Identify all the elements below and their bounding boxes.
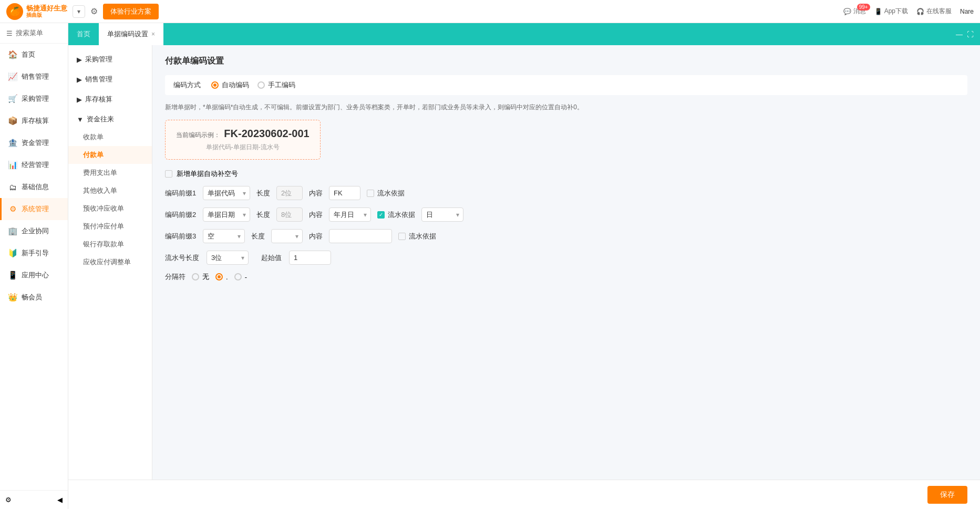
logo: 🍊 畅捷通好生意 插曲版 xyxy=(6,3,67,20)
sidebar-item-sales[interactable]: 📈 销售管理 xyxy=(0,66,68,88)
message-button[interactable]: 💬 消息 99+ xyxy=(843,7,866,16)
encoding-radio-group: 自动编码 手工编码 xyxy=(211,80,295,90)
tab-home[interactable]: 首页 xyxy=(68,23,99,45)
sidebar-item-member[interactable]: 👑 畅会员 xyxy=(0,286,68,308)
trial-button[interactable]: 体验行业方案 xyxy=(103,4,159,19)
chevron-down-icon: ▼ xyxy=(77,116,84,123)
tab-close-icon[interactable]: × xyxy=(151,30,155,38)
auto-fill-checkbox[interactable] xyxy=(165,170,172,178)
sidebar-item-purchase[interactable]: 🛒 采购管理 xyxy=(0,88,68,110)
encoding-method-section: 编码方式 自动编码 手工编码 xyxy=(165,75,967,95)
prefix-2-period-select[interactable]: 日 月 年 xyxy=(421,207,463,222)
sidebar-item-enterprise[interactable]: 🏢 企业协同 xyxy=(0,220,68,242)
prefix-1-label: 编码前缀1 xyxy=(165,189,197,198)
sidebar-item-home[interactable]: 🏠 首页 xyxy=(0,44,68,66)
sidebar-bottom: ⚙ ◀ xyxy=(0,490,68,509)
prefix-1-select[interactable]: 单据代码 xyxy=(203,186,250,200)
enterprise-icon: 🏢 xyxy=(8,226,17,236)
sub-group-sales-title[interactable]: ▶ 销售管理 xyxy=(68,70,152,88)
serial-length-row: 流水号长度 3位 4位 5位 起始值 xyxy=(165,251,967,265)
prefix-1-content-label: 内容 xyxy=(309,189,323,198)
sep-none-radio[interactable]: 无 xyxy=(192,272,209,282)
sidebar-item-basic[interactable]: 🗂 基础信息 xyxy=(0,176,68,198)
home-icon: 🏠 xyxy=(8,50,17,59)
sub-item-advance-payable[interactable]: 预付冲应付单 xyxy=(68,217,152,235)
prefix-3-content-input[interactable] xyxy=(329,229,392,243)
minimize-icon[interactable]: — xyxy=(956,30,963,38)
collapse-icon[interactable]: ◀ xyxy=(57,496,63,504)
sidebar-item-finance[interactable]: 🏦 资金管理 xyxy=(0,132,68,154)
sub-item-other-income[interactable]: 其他收入单 xyxy=(68,182,152,200)
service-button[interactable]: 🎧 在线客服 xyxy=(916,7,952,16)
prefix-3-length-select-wrapper xyxy=(271,229,303,243)
prefix-2-content-select[interactable]: 年月日 年月 年 xyxy=(329,207,371,222)
serial-length-select[interactable]: 3位 4位 5位 xyxy=(207,251,249,265)
search-menu-button[interactable]: ☰ 搜索菜单 xyxy=(0,23,68,44)
tab-encoding[interactable]: 单据编码设置 × xyxy=(99,23,163,45)
sub-item-payment[interactable]: 付款单 xyxy=(68,146,152,164)
sidebar-item-operation[interactable]: 📊 经营管理 xyxy=(0,154,68,176)
sub-item-advance-receivable[interactable]: 预收冲应收单 xyxy=(68,200,152,217)
system-icon: ⚙ xyxy=(8,204,17,214)
app-icon: 📱 xyxy=(874,8,882,15)
manual-code-radio[interactable]: 手工编码 xyxy=(257,80,295,90)
sep-dash-indicator xyxy=(234,273,242,281)
prefix-1-serial-check[interactable]: 流水依据 xyxy=(367,189,405,198)
sub-group-capital-title[interactable]: ▼ 资金往来 xyxy=(68,110,152,128)
prefix-2-content-label: 内容 xyxy=(309,210,323,220)
prefix-2-period-select-wrapper: 日 月 年 xyxy=(421,207,463,222)
sub-item-bank-deposit[interactable]: 银行存取款单 xyxy=(68,235,152,253)
chevron-right-icon: ▶ xyxy=(77,56,82,64)
sep-dash-radio[interactable]: - xyxy=(234,273,247,281)
chevron-right-icon-3: ▶ xyxy=(77,96,82,103)
sidebar-item-inventory[interactable]: 📦 库存核算 xyxy=(0,110,68,132)
expand-icon[interactable]: ⛶ xyxy=(967,30,974,38)
tab-bar-actions: — ⛶ xyxy=(956,30,980,38)
sub-group-purchase-title[interactable]: ▶ 采购管理 xyxy=(68,50,152,68)
inventory-icon: 📦 xyxy=(8,116,17,126)
prefix-3-serial-check[interactable]: 流水依据 xyxy=(398,232,436,241)
page-title: 付款单编码设置 xyxy=(165,56,967,67)
settings-bottom-icon[interactable]: ⚙ xyxy=(5,496,12,504)
sub-item-expense[interactable]: 费用支出单 xyxy=(68,164,152,182)
prefix-3-select[interactable]: 空 xyxy=(203,229,245,243)
prefix-1-length-label: 长度 xyxy=(256,189,270,198)
sub-item-receipt[interactable]: 收款单 xyxy=(68,128,152,146)
sidebar-item-guide[interactable]: 🔰 新手引导 xyxy=(0,242,68,264)
prefix-row-1: 编码前缀1 单据代码 长度 内容 流水依据 xyxy=(165,186,967,200)
prefix-1-content-input[interactable] xyxy=(329,186,360,200)
message-icon: 💬 xyxy=(843,8,851,15)
prefix-row-2: 编码前缀2 单据日期 长度 内容 年月日 年月 年 xyxy=(165,207,967,222)
prefix-2-content-select-wrapper: 年月日 年月 年 xyxy=(329,207,371,222)
prefix-2-serial-checkbox-indicator: ✓ xyxy=(377,211,385,219)
purchase-icon: 🛒 xyxy=(8,94,17,103)
gear-icon[interactable]: ⚙ xyxy=(90,6,98,16)
form-area: 付款单编码设置 编码方式 自动编码 手工编码 xyxy=(152,45,980,480)
prefix-1-select-wrapper: 单据代码 xyxy=(203,186,250,200)
sales-icon: 📈 xyxy=(8,72,17,81)
bottom-bar: 保存 xyxy=(68,480,980,509)
save-button[interactable]: 保存 xyxy=(927,486,967,504)
prefix-3-length-select[interactable] xyxy=(271,229,303,243)
tab-bar: 首页 单据编码设置 × — ⛶ xyxy=(68,23,980,45)
code-preview-box: 当前编码示例： FK-20230602-001 单据代码-单据日期-流水号 xyxy=(165,120,321,160)
app-download-button[interactable]: 📱 App下载 xyxy=(874,7,908,16)
dropdown-button[interactable]: ▾ xyxy=(73,5,85,18)
start-value-input[interactable] xyxy=(289,251,331,265)
main-layout: ☰ 搜索菜单 🏠 首页 📈 销售管理 🛒 采购管理 📦 库存核算 🏦 资 xyxy=(0,23,980,509)
sub-group-inventory-title[interactable]: ▶ 库存核算 xyxy=(68,90,152,108)
logo-icon: 🍊 xyxy=(6,3,23,20)
sub-item-ap-ar-adjust[interactable]: 应收应付调整单 xyxy=(68,253,152,271)
code-preview-desc: 单据代码-单据日期-流水号 xyxy=(176,143,310,152)
sep-dot-radio[interactable]: . xyxy=(215,273,228,281)
prefix-2-select[interactable]: 单据日期 xyxy=(203,207,250,222)
content-area: 首页 单据编码设置 × — ⛶ ▶ 采购管理 xyxy=(68,23,980,509)
sidebar-item-system[interactable]: ⚙ 系统管理 xyxy=(0,198,68,220)
prefix-2-length-input xyxy=(276,207,303,222)
prefix-2-serial-check[interactable]: ✓ 流水依据 xyxy=(377,210,415,220)
auto-code-radio[interactable]: 自动编码 xyxy=(211,80,249,90)
sidebar-item-apps[interactable]: 📱 应用中心 xyxy=(0,264,68,286)
logo-text: 畅捷通好生意 插曲版 xyxy=(26,4,67,19)
user-name[interactable]: Nare xyxy=(960,8,974,15)
separator-row: 分隔符 无 . - xyxy=(165,272,967,282)
